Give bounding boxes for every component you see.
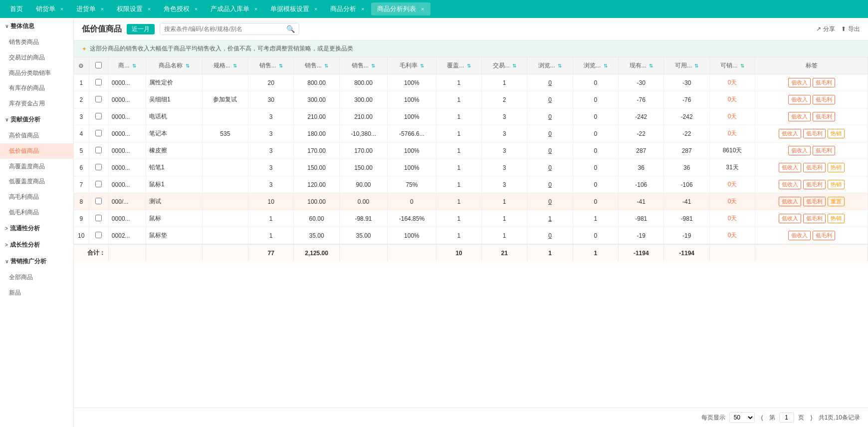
nav-role-auth[interactable]: 角色授权 ×	[158, 2, 204, 15]
row-checkbox[interactable]	[89, 227, 108, 245]
row-view1[interactable]: 0	[527, 91, 573, 108]
row-view1[interactable]: 0	[527, 108, 573, 125]
row-select-checkbox[interactable]	[95, 96, 102, 102]
nav-product-analysis[interactable]: 商品分析 ×	[324, 2, 370, 15]
view1-col-header[interactable]: 浏览... ⇅	[527, 57, 573, 74]
view1-link[interactable]: 0	[548, 198, 552, 205]
view1-link[interactable]: 1	[548, 215, 552, 222]
sidebar-item-category-rate[interactable]: 商品分类助销率	[0, 65, 73, 81]
row-checkbox[interactable]	[89, 193, 108, 210]
sidebar-item-in-stock[interactable]: 有库存的商品	[0, 80, 73, 96]
sidebar-item-high-margin[interactable]: 高毛利商品	[0, 189, 73, 205]
row-checkbox[interactable]	[89, 176, 108, 193]
sidebar-item-traded[interactable]: 交易过的商品	[0, 50, 73, 65]
name-col-header[interactable]: 商品名称 ⇅	[146, 57, 203, 74]
table-wrapper[interactable]: ⚙ 商... ⇅ 商品名称 ⇅ 规格... ⇅ 销售... ⇅ 销售... ⇅ …	[74, 57, 868, 408]
row-select-checkbox[interactable]	[95, 181, 102, 187]
nav-sales-close[interactable]: ×	[60, 6, 63, 12]
search-icon[interactable]: 🔍	[286, 25, 295, 33]
row-view1[interactable]: 0	[527, 159, 573, 176]
checkbox-col-header[interactable]	[89, 57, 108, 74]
row-select-checkbox[interactable]	[95, 164, 102, 170]
view1-link[interactable]: 0	[548, 181, 552, 188]
settings-col-header[interactable]: ⚙	[74, 57, 89, 74]
sale-price-col-header[interactable]: 销售... ⇅	[294, 57, 339, 74]
nav-permissions-close[interactable]: ×	[148, 6, 151, 12]
row-select-checkbox[interactable]	[95, 147, 102, 153]
margin-col-header[interactable]: 毛利率 ⇅	[388, 57, 436, 74]
nav-permissions[interactable]: 权限设置 ×	[111, 2, 157, 15]
row-checkbox[interactable]	[89, 74, 108, 91]
saleable-col-header[interactable]: 可销... ⇅	[709, 57, 755, 74]
view2-col-header[interactable]: 浏览... ⇅	[573, 57, 618, 74]
sidebar-section-liquidity[interactable]: > 流通性分析	[0, 220, 73, 237]
sidebar-item-stock-capital[interactable]: 库存资金占用	[0, 96, 73, 111]
sidebar-item-high-coverage[interactable]: 高覆盖度商品	[0, 159, 73, 174]
row-view1[interactable]: 0	[527, 176, 573, 193]
current-col-header[interactable]: 现有... ⇅	[619, 57, 664, 74]
row-checkbox[interactable]	[89, 142, 108, 159]
trade-col-header[interactable]: 交易... ⇅	[482, 57, 527, 74]
nav-product-close[interactable]: ×	[254, 6, 257, 12]
nav-template-close[interactable]: ×	[314, 6, 317, 12]
spec-col-header[interactable]: 规格... ⇅	[202, 57, 248, 74]
sidebar-section-marketing[interactable]: ∨ 营销推广分析	[0, 253, 73, 270]
nav-sales[interactable]: 销货单 ×	[30, 2, 69, 15]
row-select-checkbox[interactable]	[95, 215, 102, 221]
sidebar-section-overall[interactable]: ∨ 整体信息	[0, 18, 73, 34]
row-view1[interactable]: 0	[527, 193, 573, 210]
sale-qty-col-header[interactable]: 销售... ⇅	[248, 57, 294, 74]
sidebar-item-sales-products[interactable]: 销售类商品	[0, 34, 73, 50]
view1-link[interactable]: 0	[548, 232, 552, 239]
sidebar-item-low-value[interactable]: 低价值商品	[0, 143, 73, 159]
next-page-button[interactable]: ⟩	[808, 413, 815, 423]
view1-link[interactable]: 0	[548, 130, 552, 137]
view1-link[interactable]: 0	[548, 96, 552, 103]
row-select-checkbox[interactable]	[95, 130, 102, 136]
view1-link[interactable]: 0	[548, 79, 552, 86]
nav-list-close[interactable]: ×	[421, 6, 424, 12]
row-view1[interactable]: 0	[527, 227, 573, 245]
view1-link[interactable]: 0	[548, 113, 552, 120]
nav-analysis-close[interactable]: ×	[361, 6, 364, 12]
tags-col-header[interactable]: 标签	[755, 57, 868, 74]
first-page-button[interactable]: ⟨	[759, 413, 765, 423]
share-button[interactable]: ↗ 分享	[816, 25, 835, 33]
row-checkbox[interactable]	[89, 210, 108, 227]
sidebar-section-growth[interactable]: > 成长性分析	[0, 237, 73, 253]
sale-amount-col-header[interactable]: 销售... ⇅	[339, 57, 387, 74]
row-select-checkbox[interactable]	[95, 79, 102, 85]
view1-link[interactable]: 0	[548, 147, 552, 154]
view1-link[interactable]: 0	[548, 164, 552, 171]
available-col-header[interactable]: 可用... ⇅	[664, 57, 709, 74]
row-checkbox[interactable]	[89, 108, 108, 125]
page-number-input[interactable]	[779, 413, 794, 423]
filter-tag[interactable]: 近一月	[127, 24, 155, 34]
export-button[interactable]: ⬆ 导出	[841, 25, 860, 33]
sidebar-item-new-products[interactable]: 新品	[0, 285, 73, 301]
row-view1[interactable]: 1	[527, 210, 573, 227]
row-select-checkbox[interactable]	[95, 113, 102, 119]
nav-product-stock[interactable]: 产成品入库单 ×	[205, 2, 263, 15]
nav-template[interactable]: 单据模板设置 ×	[264, 2, 323, 15]
row-select-checkbox[interactable]	[95, 198, 102, 204]
sidebar-item-low-coverage[interactable]: 低覆盖度商品	[0, 174, 73, 189]
row-checkbox[interactable]	[89, 159, 108, 176]
row-view1[interactable]: 0	[527, 74, 573, 91]
row-view1[interactable]: 0	[527, 125, 573, 142]
nav-product-list[interactable]: 商品分析列表 ×	[371, 2, 430, 15]
sidebar-item-all-products[interactable]: 全部商品	[0, 270, 73, 285]
select-all-checkbox[interactable]	[95, 62, 102, 68]
row-view1[interactable]: 0	[527, 142, 573, 159]
row-checkbox[interactable]	[89, 91, 108, 108]
search-input[interactable]	[164, 25, 283, 32]
row-select-checkbox[interactable]	[95, 232, 102, 238]
sidebar-item-high-value[interactable]: 高价值商品	[0, 128, 73, 143]
nav-home[interactable]: 首页	[4, 2, 29, 15]
nav-purchase[interactable]: 进货单 ×	[70, 2, 110, 15]
coverage-col-header[interactable]: 覆盖... ⇅	[436, 57, 481, 74]
code-col-header[interactable]: 商... ⇅	[108, 57, 146, 74]
nav-purchase-close[interactable]: ×	[101, 6, 104, 12]
row-checkbox[interactable]	[89, 125, 108, 142]
sidebar-section-contribution[interactable]: ∨ 贡献值分析	[0, 111, 73, 128]
